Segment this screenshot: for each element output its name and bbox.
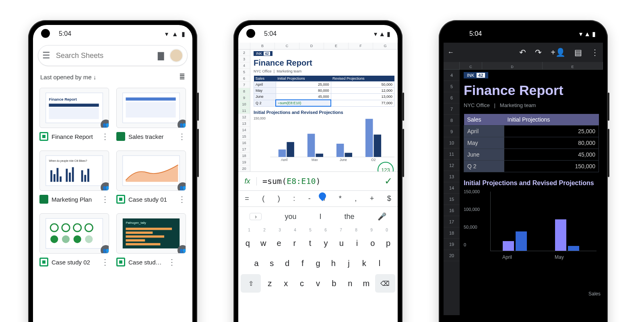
expand-suggestions-button[interactable]: › <box>250 213 262 220</box>
formula-input[interactable]: =sum(E8:E10) <box>257 176 379 186</box>
key[interactable]: v <box>311 274 325 293</box>
symbol-row[interactable]: = ( ) : - / * , + $ <box>238 191 398 207</box>
key[interactable]: e <box>272 234 286 252</box>
sym-key[interactable]: + <box>370 194 374 203</box>
key[interactable]: g <box>311 254 325 272</box>
file-menu-button[interactable]: ⋮ <box>101 132 109 140</box>
avatar[interactable] <box>169 49 183 62</box>
file-name: Case study 01 <box>128 196 175 203</box>
key[interactable]: d <box>280 254 294 272</box>
hamburger-icon[interactable]: ☰ <box>42 50 50 61</box>
overflow-menu-button[interactable]: ⋮ <box>591 47 599 57</box>
suggestion[interactable]: the <box>344 213 354 221</box>
shared-badge-icon: 👥 <box>178 245 186 254</box>
sym-key[interactable]: * <box>339 194 342 203</box>
spreadsheet-viewport[interactable]: BCDEFG 234567 891011 121314151617181920 … <box>238 43 398 171</box>
comments-button[interactable]: ▤ <box>574 47 582 57</box>
sheets-app-icon <box>116 195 125 204</box>
voice-input-icon[interactable]: 🎤 <box>378 212 386 221</box>
excel-app-icon <box>116 132 125 141</box>
undo-button[interactable]: ↶ <box>519 47 526 57</box>
document-title: Finance Report <box>464 83 599 98</box>
svg-rect-39 <box>287 142 294 157</box>
file-menu-button[interactable]: ⋮ <box>168 258 176 266</box>
key[interactable]: o <box>365 234 380 252</box>
file-tile[interactable]: When do people ride Citi Bikes? 👥 Market… <box>39 151 109 204</box>
redo-button[interactable]: ↷ <box>535 47 542 57</box>
sort-dropdown[interactable]: Last opened by me <box>40 74 96 80</box>
view-list-icon[interactable]: ≣ <box>179 72 185 81</box>
key[interactable]: f <box>296 254 310 272</box>
key[interactable]: q <box>241 234 255 252</box>
back-button[interactable]: ← <box>448 49 454 56</box>
search-input[interactable] <box>56 52 152 60</box>
suggestion[interactable]: I <box>319 213 321 221</box>
sym-key[interactable]: ( <box>262 194 264 203</box>
data-table[interactable]: SalesInitial ProjectionsRevised Projecti… <box>254 76 394 107</box>
file-menu-button[interactable]: ⋮ <box>101 258 109 266</box>
backspace-key[interactable]: ⌫ <box>375 274 395 293</box>
key[interactable]: k <box>357 254 371 272</box>
file-thumbnail: 👥 <box>116 151 186 191</box>
sym-key[interactable]: - <box>308 194 311 203</box>
svg-rect-31 <box>126 228 172 230</box>
key[interactable]: m <box>359 274 374 293</box>
key[interactable]: u <box>334 234 349 252</box>
key[interactable]: y <box>319 234 333 252</box>
svg-text:When do people ride Citi Bikes: When do people ride Citi Bikes? <box>49 159 87 163</box>
key[interactable]: s <box>265 254 279 272</box>
phone-light-editor: 5:04 ▾▲▮ BCDEFG 234567 891011 1213141516… <box>233 20 402 322</box>
svg-rect-13 <box>66 169 68 182</box>
file-tile[interactable]: Finance Report 👥 Finance Report ⋮ <box>39 88 109 141</box>
brand-badge: INK42 <box>254 51 272 56</box>
suggestion[interactable]: you <box>285 213 296 221</box>
key[interactable]: b <box>327 274 341 293</box>
file-tile[interactable]: 👥 Case study 02 ⋮ <box>39 213 109 266</box>
key[interactable]: z <box>262 274 277 293</box>
spreadsheet-viewport[interactable]: INK42 Finance Report NYC Office | Market… <box>460 70 603 315</box>
key[interactable]: w <box>256 234 270 252</box>
key[interactable]: a <box>250 254 263 272</box>
key[interactable]: t <box>303 234 317 252</box>
file-tile[interactable]: 👥 Case study 01 ⋮ <box>116 151 186 204</box>
sheets-app-icon <box>39 132 48 141</box>
phone-light-library: 5:04 ▾ ▲ ▮ ☰ ▇ Last opened by me ≣ Finan… <box>28 20 197 322</box>
embedded-chart: 150,000 100,000 50,000 0 April May <box>464 189 597 262</box>
file-menu-button[interactable]: ⋮ <box>101 195 109 203</box>
status-icons: ▾▲▮ <box>372 30 390 38</box>
add-person-button[interactable]: +👤 <box>551 47 566 57</box>
file-menu-button[interactable]: ⋮ <box>178 195 186 203</box>
formula-confirm-button[interactable]: ✓ <box>379 175 398 187</box>
active-cell[interactable]: =sum(E8:E10) <box>276 100 331 106</box>
file-tile[interactable]: 👥 Sales tracker ⋮ <box>116 88 186 141</box>
shared-badge-icon: 👥 <box>178 120 186 128</box>
file-name: Case study 03 <box>128 259 165 266</box>
svg-rect-42 <box>336 144 344 157</box>
sym-key[interactable]: ) <box>278 194 280 203</box>
sym-key[interactable]: , <box>355 194 357 203</box>
sym-key[interactable]: $ <box>387 194 391 203</box>
search-bar[interactable]: ☰ ▇ <box>38 45 188 66</box>
svg-rect-43 <box>345 153 352 157</box>
key[interactable]: i <box>350 234 364 252</box>
shift-key[interactable]: ⇧ <box>241 274 261 293</box>
key[interactable]: j <box>342 254 355 272</box>
key[interactable]: x <box>279 274 293 293</box>
key[interactable]: p <box>381 234 395 252</box>
key[interactable]: h <box>326 254 340 272</box>
sym-key[interactable]: = <box>245 194 249 203</box>
soft-keyboard[interactable]: 1234567890 qwertyuiop asdfghjkl ⇧zxcvbnm… <box>238 226 398 296</box>
file-tile[interactable]: Pathogen_tally 👥 Case study 03 ⋮ <box>116 213 186 266</box>
key[interactable]: r <box>287 234 301 252</box>
key[interactable]: c <box>295 274 309 293</box>
status-icons: ▾▲▮ <box>578 30 596 38</box>
formula-bar[interactable]: fx =sum(E8:E10) ✓ <box>238 171 398 191</box>
svg-rect-20 <box>46 219 103 249</box>
svg-rect-18 <box>87 169 89 182</box>
key[interactable]: n <box>343 274 357 293</box>
sym-key[interactable]: : <box>293 194 295 203</box>
file-menu-button[interactable]: ⋮ <box>178 132 186 140</box>
key[interactable]: l <box>373 254 386 272</box>
folder-icon[interactable]: ▇ <box>158 51 164 60</box>
data-table[interactable]: SalesInitial Projections April25,000 May… <box>464 114 599 172</box>
